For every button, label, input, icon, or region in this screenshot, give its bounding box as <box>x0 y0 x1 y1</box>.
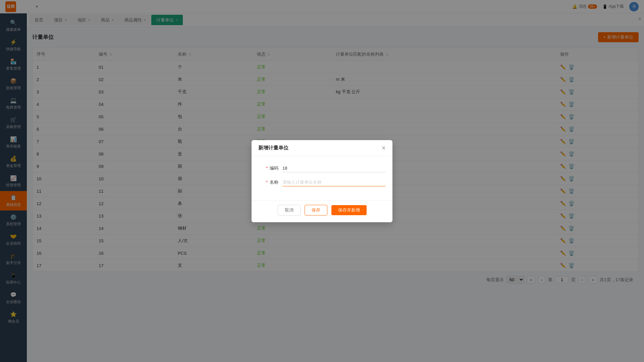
modal-title: 新增计量单位 <box>258 145 288 151</box>
save-and-new-button[interactable]: 保存并新增 <box>331 205 367 215</box>
modal-body: * 编码 * 名称 <box>252 156 392 200</box>
save-button[interactable]: 保存 <box>305 205 327 216</box>
cancel-button[interactable]: 取消 <box>278 205 301 216</box>
modal-overlay[interactable]: 新增计量单位 ✕ * 编码 * 名称 取消 保存 保存并新增 <box>0 0 644 362</box>
modal-footer: 取消 保存 保存并新增 <box>252 200 392 222</box>
required-mark-name: * <box>266 180 268 185</box>
form-row-code: * 编码 <box>258 164 386 172</box>
modal-close-button[interactable]: ✕ <box>381 145 386 151</box>
name-input[interactable] <box>282 178 386 186</box>
form-label-name: * 名称 <box>258 179 278 185</box>
form-row-name: * 名称 <box>258 178 386 186</box>
code-input[interactable] <box>282 164 386 172</box>
form-label-code: * 编码 <box>258 165 278 171</box>
add-unit-modal: 新增计量单位 ✕ * 编码 * 名称 取消 保存 保存并新增 <box>252 140 392 222</box>
required-mark-code: * <box>266 166 268 171</box>
modal-header: 新增计量单位 ✕ <box>252 140 392 156</box>
